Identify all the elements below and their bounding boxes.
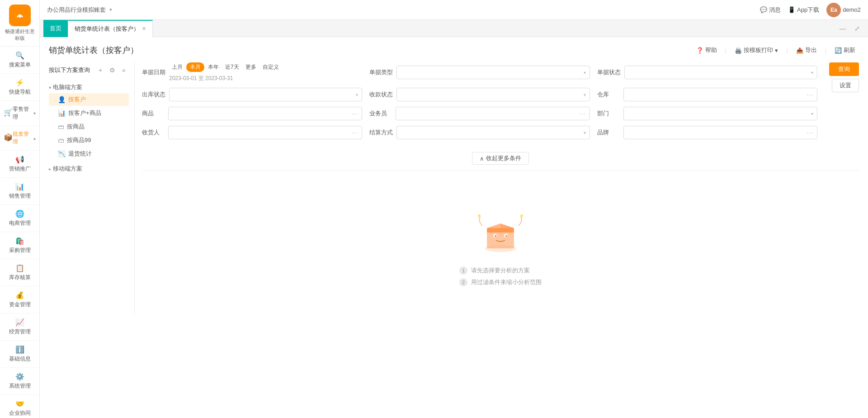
receiver-label: 收货人 <box>142 128 165 137</box>
topbar-title: 办公用品行业模拟账套 <box>47 6 106 14</box>
product-select[interactable]: ··· <box>168 107 362 120</box>
app-download-action[interactable]: 📱 App下载 <box>788 6 819 14</box>
scheme-panel: 按以下方案查询 + ⚙ « ▾ 电脑端方案 <box>49 62 135 314</box>
scheme-item-return-stat[interactable]: 📉 退货统计 <box>49 147 129 160</box>
main-content: 办公用品行业模拟账套 ▾ 💬 消息 📱 App下载 Ea demo2 首页 <box>40 0 868 418</box>
sidebar-item-basic[interactable]: ℹ️ 基础信息 <box>0 341 39 368</box>
wholesale-arrow: ▴ <box>33 136 36 141</box>
filter-row-order-type: 单据类型 ▾ <box>369 62 590 82</box>
empty-tip-2: 2 用过滤条件来缩小分析范围 <box>459 278 542 286</box>
sidebar-item-sales[interactable]: 📊 销售管理 <box>0 178 39 205</box>
scheme-add-button[interactable]: + <box>95 65 105 75</box>
operations-icon: 📈 <box>15 318 24 327</box>
brand-select[interactable]: ··· <box>623 126 817 139</box>
collection-status-dropdown-icon: ▾ <box>584 92 586 97</box>
help-button[interactable]: ❓ 帮助 <box>693 44 721 56</box>
scheme-section-mobile: ▸ 移动端方案 <box>49 163 129 175</box>
brand-label: 品牌 <box>597 128 620 137</box>
sidebar-item-inventory[interactable]: 📋 库存核算 <box>0 259 39 286</box>
topbar-right: 💬 消息 📱 App下载 Ea demo2 <box>760 3 861 17</box>
sidebar-item-search[interactable]: 🔍 搜索菜单 <box>0 47 39 74</box>
scheme-panel-header: 按以下方案查询 + ⚙ « <box>49 62 129 78</box>
settings-button[interactable]: 设置 <box>832 79 859 92</box>
sidebar-item-ecommerce[interactable]: 🌐 电商管理 <box>0 205 39 232</box>
scheme-section-desktop-header[interactable]: ▾ 电脑端方案 <box>49 81 129 93</box>
filter-row-product: 商品 ··· <box>142 107 362 120</box>
tip-num-1: 1 <box>459 266 467 275</box>
filter-row-collection: 收款状态 ▾ <box>369 88 590 101</box>
sidebar-item-purchase[interactable]: 🛍️ 采购管理 <box>0 232 39 259</box>
window-maximize-button[interactable]: ⤢ <box>852 23 863 34</box>
filter-row-salesperson: 业务员 ··· <box>369 107 590 120</box>
refresh-icon: 🔄 <box>835 47 842 54</box>
sidebar-item-finance[interactable]: 💰 资金管理 <box>0 286 39 314</box>
sidebar-item-quick-nav[interactable]: ⚡ 快捷导航 <box>0 74 39 101</box>
order-status-label: 单据状态 <box>597 68 621 76</box>
page-header: 销货单统计表（按客户） ❓ 帮助 | 🖨️ 按模板打印 ▾ | 📤 <box>49 44 859 56</box>
scheme-item-by-customer-product[interactable]: 📊 按客户+商品 <box>49 107 129 119</box>
date-tab-this-year[interactable]: 本年 <box>205 62 222 72</box>
collapse-button[interactable]: ∧ 收起更多条件 <box>472 152 529 165</box>
warehouse-dots: ··· <box>807 91 813 98</box>
filter-row-warehouse: 仓库 ··· <box>597 88 817 101</box>
sidebar-item-enterprise[interactable]: 🤝 企业协同 <box>0 395 39 418</box>
window-minimize-button[interactable]: — <box>837 23 848 34</box>
template-print-button[interactable]: 🖨️ 按模板打印 ▾ <box>731 44 782 56</box>
warehouse-select[interactable]: ··· <box>623 88 817 101</box>
tab-home[interactable]: 首页 <box>43 20 68 37</box>
scheme-item-by-product[interactable]: 🗃 按商品 <box>49 120 129 133</box>
order-type-dropdown-icon: ▾ <box>584 70 586 75</box>
svg-point-1 <box>19 15 21 18</box>
scheme-settings-button[interactable]: ⚙ <box>107 65 117 75</box>
out-status-select[interactable]: ▾ <box>169 88 362 101</box>
message-action[interactable]: 💬 消息 <box>760 6 781 14</box>
receiver-select[interactable]: ··· <box>168 126 362 139</box>
desktop-section-arrow: ▾ <box>49 85 51 90</box>
query-button[interactable]: 查询 <box>829 62 859 76</box>
date-tab-more[interactable]: 更多 <box>243 62 259 72</box>
sidebar-item-system[interactable]: ⚙️ 系统管理 <box>0 368 39 395</box>
filter-row-brand: 品牌 ··· <box>597 126 817 139</box>
sidebar-item-operations[interactable]: 📈 经营管理 <box>0 314 39 341</box>
user-avatar: Ea <box>826 3 841 17</box>
warehouse-label: 仓库 <box>597 90 620 99</box>
scheme-item-by-customer[interactable]: 👤 按客户 <box>49 93 129 106</box>
message-icon: 💬 <box>760 6 767 13</box>
collection-status-label: 收款状态 <box>369 90 393 99</box>
date-tab-7days[interactable]: 近7天 <box>222 62 242 72</box>
tab-close-icon[interactable]: ✕ <box>142 26 146 32</box>
refresh-button[interactable]: 🔄 刷新 <box>831 44 859 56</box>
scheme-item-by-product-99[interactable]: 🗃 按商品99 <box>49 134 129 147</box>
user-profile[interactable]: Ea demo2 <box>826 3 861 17</box>
svg-rect-4 <box>487 228 514 233</box>
date-tab-custom[interactable]: 自定义 <box>260 62 282 72</box>
department-select[interactable]: ▾ <box>623 107 817 120</box>
retail-icon: 🛒 <box>4 108 13 117</box>
order-type-select[interactable]: ▾ <box>396 66 590 79</box>
date-tab-this-month[interactable]: 本月 <box>186 62 204 72</box>
page-content: 销货单统计表（按客户） ❓ 帮助 | 🖨️ 按模板打印 ▾ | 📤 <box>40 37 868 418</box>
scheme-panel-actions: + ⚙ « <box>95 65 129 75</box>
purchase-icon: 🛍️ <box>15 237 24 245</box>
sidebar-item-wholesale[interactable]: 📦 批发管理 ▴ <box>0 126 39 151</box>
salesperson-select[interactable]: ··· <box>396 107 590 120</box>
date-tab-last-month[interactable]: 上月 <box>169 62 185 72</box>
topbar-dropdown-icon[interactable]: ▾ <box>109 7 112 13</box>
query-actions: 查询 设置 <box>825 62 859 92</box>
svg-marker-5 <box>487 223 500 228</box>
svg-point-10 <box>505 235 507 237</box>
sidebar-item-marketing[interactable]: 📢 营销推广 <box>0 151 39 178</box>
out-status-label: 出库状态 <box>142 90 165 99</box>
collection-status-select[interactable]: ▾ <box>396 88 590 101</box>
scheme-collapse-button[interactable]: « <box>119 65 129 75</box>
scheme-section-mobile-header[interactable]: ▸ 移动端方案 <box>49 163 129 175</box>
topbar-left: 办公用品行业模拟账套 ▾ <box>47 6 112 14</box>
return-stat-icon: 📉 <box>58 150 66 157</box>
order-status-select[interactable]: ▾ <box>624 66 817 79</box>
tab-sales-stat[interactable]: 销货单统计表（按客户） ✕ <box>68 20 153 37</box>
export-button[interactable]: 📤 导出 <box>793 44 821 56</box>
sidebar-item-retail[interactable]: 🛒 零售管理 ▾ <box>0 101 39 126</box>
customer-icon: 👤 <box>58 96 66 103</box>
settlement-select[interactable]: ▾ <box>396 126 590 139</box>
brand-dots: ··· <box>807 129 813 136</box>
